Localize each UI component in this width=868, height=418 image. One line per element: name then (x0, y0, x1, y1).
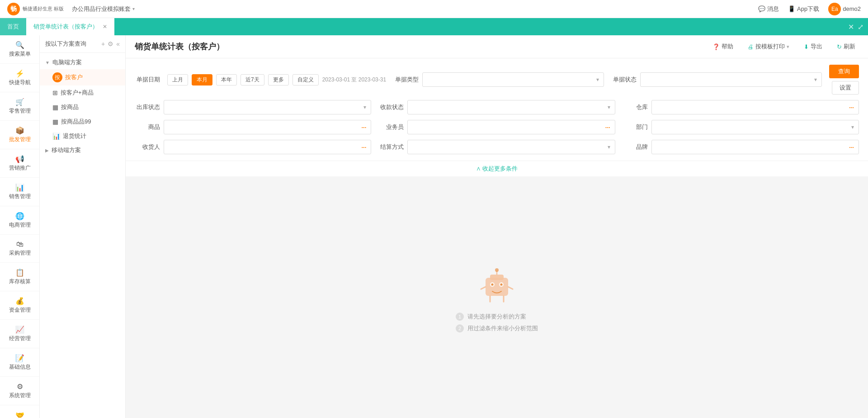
this-year-btn[interactable]: 本年 (216, 74, 237, 86)
sidebar-item-ecommerce[interactable]: 🌐 电商管理 (0, 206, 39, 235)
tree-child-by-goods-99[interactable]: ▦ 按商品品99 (40, 114, 125, 129)
close-tab-button[interactable]: ✕ (847, 22, 855, 32)
logo-icon: 畅 (7, 3, 20, 15)
template-print-button[interactable]: 🖨 按模板打印 ▾ (744, 41, 793, 52)
custom-btn[interactable]: 自定义 (292, 74, 319, 86)
department-select[interactable]: ▾ (651, 120, 859, 134)
finance-icon: 💰 (2, 297, 38, 305)
doc-status-select[interactable]: ▾ (640, 72, 822, 87)
collapse-panel-button[interactable]: « (116, 40, 120, 48)
tree-parent-pc[interactable]: ▼ 电脑端方案 (40, 56, 125, 69)
tree-label-mobile: 移动端方案 (52, 146, 81, 154)
department-label: 部门 (623, 123, 648, 131)
tab-home[interactable]: 首页 (0, 18, 26, 35)
help-button[interactable]: ❓ 帮助 (709, 41, 737, 52)
query-button[interactable]: 查询 (829, 65, 859, 78)
collapse-label: ∧ 收起更多条件 (476, 165, 518, 172)
filter-row-3: 商品 ··· 业务员 ··· 部门 ▾ (135, 120, 859, 134)
header-right: 💬 消息 📱 App下载 Ea demo2 (758, 3, 861, 15)
tree-parent-mobile[interactable]: ▶ 移动端方案 (40, 143, 125, 157)
sidebar-item-finance[interactable]: 💰 资金管理 (0, 291, 39, 320)
print-icon: 🖨 (748, 43, 754, 50)
top-header: 畅 畅捷通好生意 标版 办公用品行业模拟账套 ▾ 💬 消息 📱 App下载 Ea… (0, 0, 868, 18)
collapse-bar[interactable]: ∧ 收起更多条件 (126, 161, 868, 176)
sidebar-item-inventory[interactable]: 📋 库存核算 (0, 263, 39, 291)
tab-sales-stat-label: 销货单统计表（按客户） (33, 23, 98, 31)
app-download-button[interactable]: 📱 App下载 (788, 5, 819, 13)
sidebar-item-retail[interactable]: 🛒 零售管理 (0, 92, 39, 121)
sidebar-label-basic-info: 基础信息 (2, 363, 38, 371)
user-profile[interactable]: Ea demo2 (828, 3, 861, 15)
close-icon[interactable]: ✕ (103, 24, 107, 30)
doc-status-chevron-icon: ▾ (814, 76, 817, 83)
sidebar-item-sales-mgmt[interactable]: 📊 销售管理 (0, 178, 39, 206)
enterprise-icon: 🤝 (2, 411, 38, 418)
svg-point-7 (495, 268, 499, 272)
message-button[interactable]: 💬 消息 (758, 5, 779, 13)
sidebar-label-inventory: 库存核算 (2, 278, 38, 285)
goods-select[interactable]: ··· (164, 120, 371, 134)
refresh-button[interactable]: ↻ 刷新 (833, 41, 859, 52)
last-7-btn[interactable]: 近7天 (241, 74, 264, 86)
sidebar-item-enterprise[interactable]: 🤝 企业协同 (0, 405, 39, 418)
sidebar-item-operations[interactable]: 📈 经营管理 (0, 320, 39, 348)
collect-status-col: 收款状态 ▾ (378, 100, 615, 114)
this-month-btn[interactable]: 本月 (192, 74, 212, 86)
recipient-select[interactable]: ··· (164, 140, 371, 154)
warehouse-select[interactable]: ··· (651, 100, 859, 114)
collect-status-select[interactable]: ▾ (407, 100, 615, 114)
last-month-btn[interactable]: 上月 (167, 74, 188, 86)
settlement-select[interactable]: ▾ (407, 140, 615, 154)
warehouse-ellipsis-icon: ··· (849, 104, 854, 111)
empty-hint-1: 1 请先选择要分析的方案 (456, 313, 538, 321)
collect-status-chevron-icon: ▾ (608, 104, 610, 110)
refresh-icon: ↻ (837, 43, 842, 50)
department-chevron-icon: ▾ (851, 124, 854, 130)
industry-selector[interactable]: 办公用品行业模拟账套 ▾ (68, 4, 138, 14)
sidebar-item-marketing[interactable]: 📢 营销推广 (0, 149, 39, 178)
svg-point-4 (491, 284, 494, 286)
doc-type-select[interactable]: ▾ (422, 72, 604, 87)
doc-type-col: 单据类型 ▾ (393, 72, 604, 87)
expand-tab-button[interactable]: ⤢ (857, 22, 864, 32)
empty-state: 1 请先选择要分析的方案 2 用过滤条件来缩小分析范围 (456, 262, 538, 332)
inventory-icon: 📋 (2, 268, 38, 277)
salesperson-col: 业务员 ··· (378, 120, 615, 134)
date-group: 上月 本月 本年 近7天 更多 自定义 2023-03-01 至 2023-03… (167, 74, 386, 86)
more-btn[interactable]: 更多 (268, 74, 289, 86)
tab-sales-stat[interactable]: 销货单统计表（按客户） ✕ (26, 18, 114, 35)
tree-child-by-goods[interactable]: ▦ 按商品 (40, 100, 125, 114)
filter-area: 单据日期 上月 本月 本年 近7天 更多 自定义 2023-03-01 至 20… (126, 58, 868, 161)
tree-child-label-return-stat: 退货统计 (63, 132, 86, 140)
sidebar-item-wholesale[interactable]: 📦 批发管理 (0, 121, 39, 149)
industry-label: 办公用品行业模拟账套 (72, 5, 131, 13)
sidebar-item-basic-info[interactable]: 📝 基础信息 (0, 348, 39, 377)
settings-scheme-button[interactable]: ⚙ (108, 40, 113, 48)
salesperson-select[interactable]: ··· (407, 120, 615, 134)
sidebar-item-search-menu[interactable]: 🔍 搜索菜单 (0, 35, 39, 64)
bar-chart-icon: 📊 (52, 133, 60, 140)
tree-child-by-customer-goods[interactable]: ⊞ 按客户+商品 (40, 86, 125, 100)
empty-hints: 1 请先选择要分析的方案 2 用过滤条件来缩小分析范围 (456, 313, 538, 332)
search-icon: 🔍 (2, 41, 38, 49)
tab-controls: ✕ ⤢ (844, 22, 868, 32)
sidebar-label-retail: 零售管理 (2, 107, 38, 115)
sidebar-label-wholesale: 批发管理 (2, 136, 38, 143)
sysmgmt-icon: ⚙ (2, 382, 38, 391)
tree-child-by-customer[interactable]: 按 按客户 (40, 69, 125, 86)
brand-col: 品牌 ··· (623, 140, 859, 154)
tree-child-return-stat[interactable]: 📊 退货统计 (40, 129, 125, 143)
add-scheme-button[interactable]: + (101, 40, 105, 48)
warehouse-col: 仓库 ··· (623, 100, 859, 114)
sidebar-item-purchase[interactable]: 🛍 采购管理 (0, 235, 39, 263)
collect-status-label: 收款状态 (378, 103, 404, 111)
content-area: 销货单统计表（按客户） ❓ 帮助 🖨 按模板打印 ▾ ⬇ 导出 (126, 35, 868, 418)
settings-button[interactable]: 设置 (832, 81, 859, 95)
out-status-select[interactable]: ▾ (164, 100, 371, 114)
export-button[interactable]: ⬇ 导出 (800, 41, 826, 52)
recipient-col: 收货人 ··· (135, 140, 371, 154)
brand-select[interactable]: ··· (651, 140, 859, 154)
out-status-chevron-icon: ▾ (363, 104, 366, 110)
sidebar-item-sys-mgmt[interactable]: ⚙ 系统管理 (0, 377, 39, 405)
sidebar-item-quick-nav[interactable]: ⚡ 快捷导航 (0, 64, 39, 92)
